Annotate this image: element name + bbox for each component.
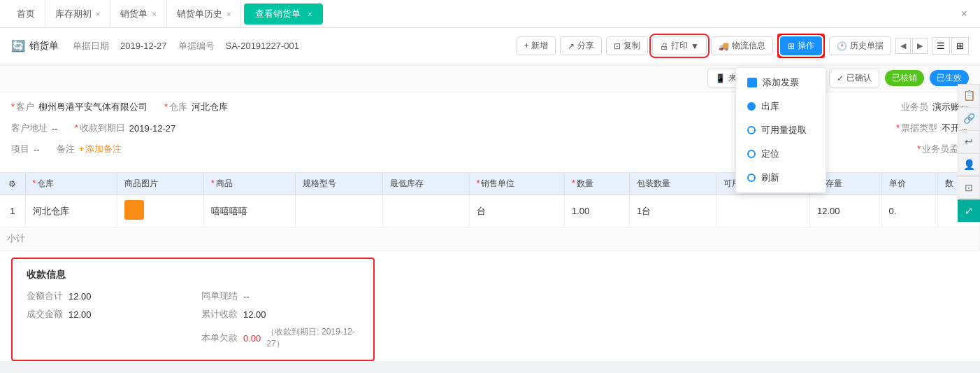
share-button[interactable]: ↗ 分享: [560, 36, 602, 55]
confirm-button[interactable]: ✓ 已确认: [829, 69, 879, 87]
product-img-col-header: 商品图片: [117, 173, 203, 195]
tab-view-sales[interactable]: 查看销货单 ×: [244, 3, 323, 24]
window-close[interactable]: ×: [956, 8, 973, 20]
view-list-button[interactable]: ☰: [932, 37, 950, 55]
customer-field: 客户 柳州粤港平安气体有限公司: [11, 101, 147, 113]
new-button[interactable]: + 新增: [517, 36, 556, 55]
right-tools: 📋 🔗 ↩ 👤 ⊡ ⤢: [958, 84, 980, 222]
ticket-type-label: 票据类型: [896, 122, 937, 134]
amount-total-item: 金额合计 12.00: [27, 290, 185, 302]
print-dropdown-icon: ▼: [691, 41, 699, 51]
tab-home[interactable]: 首页: [7, 0, 45, 27]
warehouse-value: 河北仓库: [192, 101, 228, 113]
cumulative-item: 累计收款 12.00: [201, 308, 359, 321]
refresh-icon: [747, 174, 756, 182]
customer-label: 客户: [11, 101, 34, 113]
tab-sales-close[interactable]: ×: [152, 10, 156, 18]
locate-icon: [747, 150, 756, 158]
history-icon: 🕐: [837, 41, 847, 51]
add-note-button[interactable]: 添加备注: [79, 143, 122, 155]
tab-inventory[interactable]: 库存期初 ×: [45, 0, 110, 27]
row-available: [716, 195, 810, 227]
dropdown-outbound[interactable]: 出库: [736, 94, 826, 118]
customer-value: 柳州粤港平安气体有限公司: [38, 101, 147, 113]
balance-label: 本单欠款: [201, 332, 238, 344]
right-tool-grid[interactable]: ⊡: [958, 176, 980, 199]
history-button[interactable]: 🕐 历史单据: [829, 36, 891, 55]
right-tool-user[interactable]: 👤: [958, 153, 980, 176]
table-header-row: ⚙ 仓库 商品图片 商品 规格型号 最低库存 销售单位 数量 包装数量 可用量 …: [0, 173, 980, 195]
copy-button[interactable]: ⊡ 复制: [606, 36, 648, 55]
dropdown-available[interactable]: 可用量提取: [736, 118, 826, 142]
project-value: --: [34, 144, 40, 155]
payment-section: 收款信息 金额合计 12.00 同单现结 -- 成交金额 12.00 累计收款 …: [11, 258, 375, 361]
quantity-col-header: 数量: [564, 173, 629, 195]
right-tool-expand[interactable]: ⤢: [958, 199, 980, 222]
date-value: 2019-12-27: [120, 41, 167, 51]
tab-sales[interactable]: 销货单 ×: [110, 0, 166, 27]
transaction-value: 12.00: [69, 309, 92, 320]
data-table: ⚙ 仓库 商品图片 商品 规格型号 最低库存 销售单位 数量 包装数量 可用量 …: [0, 173, 980, 251]
spec-col-header: 规格型号: [296, 173, 382, 195]
nav-next-button[interactable]: ▶: [912, 38, 928, 54]
warehouse-label: 仓库: [164, 101, 187, 113]
row-quantity: 1.00: [564, 195, 629, 227]
nav-arrows: ◀ ▶: [895, 38, 928, 54]
balance-item: 本单欠款 0.00 （收款到期日: 2019-12-27）: [201, 326, 359, 350]
available-icon: [747, 126, 756, 134]
locate-label: 定位: [761, 148, 779, 160]
print-button[interactable]: 🖨 打印 ▼: [652, 36, 707, 55]
right-tool-copy[interactable]: 📋: [958, 84, 980, 106]
balance-value: 0.00: [243, 333, 261, 344]
tab-history-close[interactable]: ×: [226, 10, 231, 18]
cumulative-label: 累计收款: [201, 308, 238, 321]
due-date-value: 2019-12-27: [129, 123, 176, 134]
project-label: 项目: [11, 143, 29, 155]
table-wrapper: ⚙ 仓库 商品图片 商品 规格型号 最低库存 销售单位 数量 包装数量 可用量 …: [0, 172, 980, 251]
share-icon: ↗: [568, 41, 575, 51]
tab-sales-history[interactable]: 销货单历史 ×: [167, 0, 241, 27]
doc-title: 销货单: [29, 40, 59, 52]
add-invoice-icon: [747, 78, 757, 87]
cumulative-value: 12.00: [243, 309, 266, 320]
cancelled-badge: 已核销: [885, 70, 924, 86]
operation-button[interactable]: ⊞ 操作: [780, 36, 822, 55]
dropdown-refresh[interactable]: 刷新: [736, 166, 826, 190]
nav-prev-button[interactable]: ◀: [895, 38, 911, 54]
subtotal-row: 小计: [0, 227, 980, 251]
same-order-item: 同单现结 --: [201, 290, 359, 302]
logistics-button[interactable]: 🚚 物流信息: [711, 36, 773, 55]
amount-total-label: 金额合计: [27, 290, 63, 302]
table-row: 1 河北仓库 嘻嘻嘻嘻 台 1.00 1台 12.00 0.: [0, 195, 980, 227]
same-order-value: --: [243, 291, 250, 302]
project-field: 项目 --: [11, 143, 40, 155]
status-row: 📱 来自手机 ● 未开票 ✓ 已确认 已核销 已生效: [0, 64, 980, 92]
mobile-icon: 📱: [715, 73, 726, 83]
tab-bar: 首页 库存期初 × 销货单 × 销货单历史 × 查看销货单 × ×: [0, 0, 980, 28]
balance-note: （收款到期日: 2019-12-27）: [266, 326, 359, 350]
operation-highlight: ⊞ 操作: [777, 34, 825, 58]
right-tool-return[interactable]: ↩: [958, 130, 980, 153]
row-price: 0.: [881, 195, 938, 227]
outbound-label: 出库: [761, 100, 779, 113]
logistics-icon: 🚚: [719, 41, 729, 51]
warehouse-field: 仓库 河北仓库: [164, 101, 228, 113]
note-label: 备注: [57, 143, 75, 155]
operation-icon: ⊞: [788, 41, 795, 51]
main-content: 🔄 销货单 单据日期 2019-12-27 单据编号 SA-20191227-0…: [0, 28, 980, 361]
due-date-field: 收款到期日 2019-12-27: [75, 122, 176, 134]
view-grid-button[interactable]: ⊞: [951, 37, 969, 55]
refresh-label: 刷新: [761, 171, 779, 184]
view-icons: ☰ ⊞: [932, 37, 969, 55]
right-tool-link[interactable]: 🔗: [958, 107, 980, 129]
row-stock: 12.00: [809, 195, 881, 227]
dropdown-locate[interactable]: 定位: [736, 142, 826, 166]
tab-inventory-close[interactable]: ×: [96, 10, 100, 18]
doc-title-group: 🔄 销货单: [11, 39, 59, 52]
tab-view-close[interactable]: ×: [308, 10, 312, 18]
amount-total-value: 12.00: [69, 291, 92, 302]
dropdown-add-invoice[interactable]: 添加发票: [736, 71, 826, 94]
doc-meta: 单据日期 2019-12-27 单据编号 SA-20191227-001: [73, 40, 299, 52]
number-value: SA-20191227-001: [226, 41, 300, 51]
transaction-item: 成交金额 12.00: [27, 308, 185, 321]
